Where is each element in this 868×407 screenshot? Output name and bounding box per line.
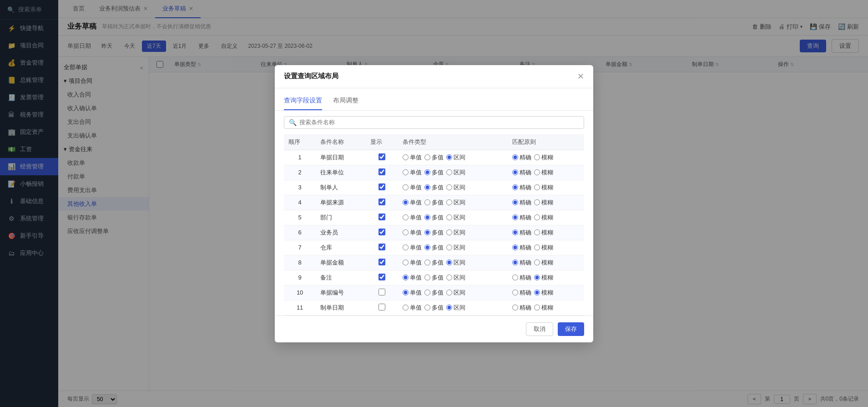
tab-field-settings[interactable]: 查询字段设置 (284, 94, 322, 110)
show-checkbox-6[interactable] (378, 229, 385, 235)
condition-search-input[interactable] (299, 119, 579, 126)
show-checkbox-7[interactable] (378, 244, 385, 250)
type-option-区间-10[interactable]: 区间 (446, 289, 465, 297)
type-option-单值-10[interactable]: 单值 (403, 289, 422, 297)
type-option-多值-2[interactable]: 多值 (424, 168, 444, 177)
row-type-3[interactable]: 单值多值区间 (398, 180, 508, 195)
type-option-单值-5[interactable]: 单值 (403, 214, 422, 222)
match-option-精确-1[interactable]: 精确 (512, 153, 531, 162)
type-option-区间-9[interactable]: 区间 (446, 274, 465, 282)
row-match-3[interactable]: 精确模糊 (508, 180, 584, 195)
type-option-区间-3[interactable]: 区间 (446, 183, 465, 192)
type-option-单值-11[interactable]: 单值 (403, 304, 422, 312)
match-option-精确-5[interactable]: 精确 (512, 214, 531, 222)
row-show-11[interactable] (366, 300, 398, 315)
row-type-6[interactable]: 单值多值区间 (398, 225, 508, 240)
type-option-多值-4[interactable]: 多值 (424, 198, 444, 207)
type-option-多值-1[interactable]: 多值 (424, 153, 444, 162)
match-option-模糊-5[interactable]: 模糊 (534, 214, 553, 222)
row-match-8[interactable]: 精确模糊 (508, 255, 584, 270)
type-option-区间-1[interactable]: 区间 (446, 153, 465, 162)
row-match-2[interactable]: 精确模糊 (508, 165, 584, 180)
modal-save-button[interactable]: 保存 (558, 322, 584, 336)
type-option-单值-8[interactable]: 单值 (403, 259, 422, 267)
row-show-3[interactable] (366, 180, 398, 195)
row-type-9[interactable]: 单值多值区间 (398, 270, 508, 285)
match-option-精确-8[interactable]: 精确 (512, 259, 531, 267)
type-option-单值-7[interactable]: 单值 (403, 244, 422, 252)
type-option-区间-4[interactable]: 区间 (446, 198, 465, 207)
tab-layout-adjust[interactable]: 布局调整 (333, 94, 358, 110)
match-option-模糊-4[interactable]: 模糊 (534, 198, 553, 207)
show-checkbox-10[interactable] (378, 289, 385, 295)
row-match-4[interactable]: 精确模糊 (508, 195, 584, 210)
row-type-2[interactable]: 单值多值区间 (398, 165, 508, 180)
match-option-精确-9[interactable]: 精确 (512, 274, 531, 282)
type-option-单值-4[interactable]: 单值 (403, 198, 422, 207)
row-show-1[interactable] (366, 150, 398, 165)
type-option-多值-6[interactable]: 多值 (424, 229, 444, 237)
type-option-多值-7[interactable]: 多值 (424, 244, 444, 252)
row-match-7[interactable]: 精确模糊 (508, 240, 584, 255)
row-match-6[interactable]: 精确模糊 (508, 225, 584, 240)
show-checkbox-11[interactable] (378, 304, 385, 310)
type-option-单值-9[interactable]: 单值 (403, 274, 422, 282)
match-option-精确-6[interactable]: 精确 (512, 229, 531, 237)
show-checkbox-3[interactable] (378, 183, 385, 190)
type-option-多值-3[interactable]: 多值 (424, 183, 444, 192)
row-type-11[interactable]: 单值多值区间 (398, 300, 508, 315)
type-option-单值-3[interactable]: 单值 (403, 183, 422, 192)
row-type-1[interactable]: 单值多值区间 (398, 150, 508, 165)
show-checkbox-5[interactable] (378, 214, 385, 220)
row-show-9[interactable] (366, 270, 398, 285)
match-option-精确-11[interactable]: 精确 (512, 304, 531, 312)
row-show-7[interactable] (366, 240, 398, 255)
type-option-多值-9[interactable]: 多值 (424, 274, 444, 282)
show-checkbox-8[interactable] (378, 259, 385, 265)
row-match-10[interactable]: 精确模糊 (508, 285, 584, 300)
match-option-精确-10[interactable]: 精确 (512, 289, 531, 297)
row-show-4[interactable] (366, 195, 398, 210)
match-option-模糊-10[interactable]: 模糊 (534, 289, 553, 297)
type-option-区间-7[interactable]: 区间 (446, 244, 465, 252)
match-option-模糊-3[interactable]: 模糊 (534, 183, 553, 192)
type-option-多值-11[interactable]: 多值 (424, 304, 444, 312)
row-match-1[interactable]: 精确模糊 (508, 150, 584, 165)
match-option-模糊-7[interactable]: 模糊 (534, 244, 553, 252)
match-option-模糊-11[interactable]: 模糊 (534, 304, 553, 312)
row-type-10[interactable]: 单值多值区间 (398, 285, 508, 300)
type-option-单值-6[interactable]: 单值 (403, 229, 422, 237)
type-option-多值-8[interactable]: 多值 (424, 259, 444, 267)
match-option-模糊-9[interactable]: 模糊 (534, 274, 553, 282)
show-checkbox-1[interactable] (378, 153, 385, 160)
match-option-精确-2[interactable]: 精确 (512, 168, 531, 177)
match-option-模糊-6[interactable]: 模糊 (534, 229, 553, 237)
row-show-8[interactable] (366, 255, 398, 270)
type-option-多值-10[interactable]: 多值 (424, 289, 444, 297)
match-option-精确-7[interactable]: 精确 (512, 244, 531, 252)
type-option-区间-11[interactable]: 区间 (446, 304, 465, 312)
match-option-精确-4[interactable]: 精确 (512, 198, 531, 207)
row-show-6[interactable] (366, 225, 398, 240)
match-option-模糊-2[interactable]: 模糊 (534, 168, 553, 177)
type-option-区间-2[interactable]: 区间 (446, 168, 465, 177)
row-match-5[interactable]: 精确模糊 (508, 210, 584, 225)
row-show-5[interactable] (366, 210, 398, 225)
row-show-2[interactable] (366, 165, 398, 180)
show-checkbox-2[interactable] (378, 168, 385, 175)
modal-cancel-button[interactable]: 取消 (526, 322, 553, 336)
type-option-区间-5[interactable]: 区间 (446, 214, 465, 222)
row-type-5[interactable]: 单值多值区间 (398, 210, 508, 225)
type-option-多值-5[interactable]: 多值 (424, 214, 444, 222)
type-option-单值-1[interactable]: 单值 (403, 153, 422, 162)
row-type-7[interactable]: 单值多值区间 (398, 240, 508, 255)
type-option-区间-6[interactable]: 区间 (446, 229, 465, 237)
match-option-模糊-8[interactable]: 模糊 (534, 259, 553, 267)
match-option-模糊-1[interactable]: 模糊 (534, 153, 553, 162)
type-option-单值-2[interactable]: 单值 (403, 168, 422, 177)
row-match-11[interactable]: 精确模糊 (508, 300, 584, 315)
show-checkbox-4[interactable] (378, 198, 385, 205)
row-type-8[interactable]: 单值多值区间 (398, 255, 508, 270)
modal-close-button[interactable]: ✕ (577, 71, 584, 81)
row-type-4[interactable]: 单值多值区间 (398, 195, 508, 210)
